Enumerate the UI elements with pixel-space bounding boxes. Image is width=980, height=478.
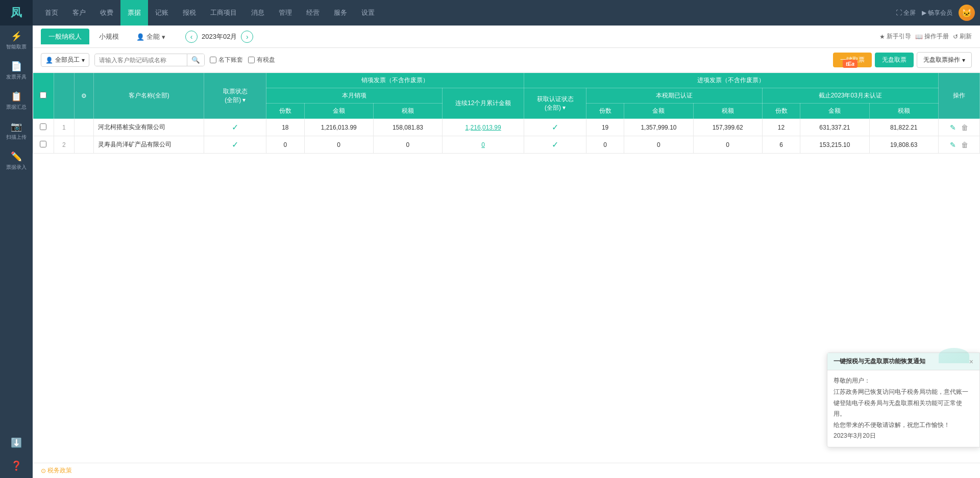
edit-button-2[interactable]: ✎ bbox=[950, 141, 956, 149]
notification-line-2: 键登陆电子税务局与无盘取票相关功能可正常使 bbox=[834, 399, 962, 407]
delete-button-2[interactable]: 🗑 bbox=[961, 141, 968, 149]
bottom-bar: ⊙ 税务政策 bbox=[33, 463, 980, 478]
top-nav-right: ⛶ 全屏 ▶ 畅享会员 🐱 bbox=[896, 5, 975, 21]
fullscreen-btn[interactable]: ⛶ 全屏 bbox=[896, 9, 916, 17]
nav-business[interactable]: 工商项目 bbox=[203, 0, 244, 26]
nav-message[interactable]: 消息 bbox=[244, 0, 272, 26]
tab-small-scale[interactable]: 小规模 bbox=[91, 29, 127, 44]
new-guide-link[interactable]: ★ 新手引导 bbox=[879, 32, 911, 41]
prev-month-btn[interactable]: ‹ bbox=[185, 31, 198, 43]
td-purchase-cert-count-2: 0 bbox=[586, 136, 624, 154]
notification-popup: 一键报税与无盘取票功能恢复通知 × 尊敬的用户： 江苏政务网已恢复访问电子税务局… bbox=[827, 353, 980, 447]
next-month-btn[interactable]: › bbox=[241, 31, 253, 43]
nav-tax[interactable]: 报税 bbox=[176, 0, 203, 26]
th-operation: 操作 bbox=[938, 73, 979, 119]
tab-more-chevron: ▾ bbox=[162, 33, 165, 41]
data-entry-icon: ✏️ bbox=[11, 151, 22, 162]
nav-home[interactable]: 首页 bbox=[38, 0, 65, 26]
nav-service[interactable]: 服务 bbox=[327, 0, 354, 26]
sidebar-item-download[interactable]: ⬇️ bbox=[0, 432, 33, 455]
nav-customer[interactable]: 客户 bbox=[65, 0, 93, 26]
td-fetch-status-1: ✓ bbox=[204, 119, 266, 136]
tab-all[interactable]: 👤 全能 ▾ bbox=[129, 29, 173, 44]
invoice-open-icon: 📄 bbox=[11, 61, 22, 72]
delete-button-1[interactable]: 🗑 bbox=[961, 123, 968, 132]
th-purchase-status: 获取认证状态(全部) ▾ bbox=[524, 88, 586, 119]
purchase-status-filter-icon[interactable]: ▾ bbox=[562, 104, 566, 111]
th-sales-month: 本月销项 bbox=[266, 88, 443, 104]
th-customer-name: 客户名称(全部) bbox=[94, 73, 204, 119]
current-date: 2023年02月 bbox=[202, 32, 237, 41]
refresh-icon: ↺ bbox=[953, 33, 958, 40]
td-sales-amount-1: 1,216,013.99 bbox=[304, 119, 373, 136]
employee-select[interactable]: 👤 全部员工 ▾ bbox=[41, 53, 89, 67]
sidebar-item-label: 扫描上传 bbox=[6, 134, 27, 141]
member-btn[interactable]: ▶ 畅享会员 bbox=[922, 9, 952, 17]
member-icon: ▶ bbox=[922, 9, 926, 16]
notification-title: 一键报税与无盘取票功能恢复通知 bbox=[834, 357, 925, 366]
td-purchase-uncert-tax-2: 19,808.63 bbox=[869, 136, 938, 154]
td-purchase-cert-amount-1: 1,357,999.10 bbox=[624, 119, 693, 136]
sales-cumulative-link-2[interactable]: 0 bbox=[481, 141, 485, 148]
edit-button-1[interactable]: ✎ bbox=[950, 123, 956, 132]
td-purchase-uncert-amount-2: 153,215.10 bbox=[800, 136, 869, 154]
td-purchase-status-1: ✓ bbox=[524, 119, 586, 136]
th-purchase-cert-count: 份数 bbox=[586, 104, 624, 119]
purchase-status-check-icon-1: ✓ bbox=[552, 123, 558, 132]
under-account-checkbox-wrap[interactable]: 名下账套 bbox=[210, 56, 243, 64]
nav-bookkeeping[interactable]: 记账 bbox=[148, 0, 176, 26]
th-purchase-uncert: 截止2023年03月未认证 bbox=[762, 88, 938, 104]
help-icon: ❓ bbox=[11, 460, 22, 471]
select-all-checkbox[interactable] bbox=[40, 92, 46, 98]
user-avatar[interactable]: 🐱 bbox=[959, 5, 975, 21]
td-fetch-status-2: ✓ bbox=[204, 136, 266, 154]
td-sales-cumulative-1: 1,216,013.99 bbox=[443, 119, 524, 136]
has-disk-checkbox[interactable] bbox=[248, 57, 255, 63]
popup-wave-decoration bbox=[939, 348, 969, 363]
sidebar-item-data-entry[interactable]: ✏️ 票据录入 bbox=[0, 146, 33, 176]
sidebar-item-help[interactable]: ❓ bbox=[0, 455, 33, 478]
notification-line-0: 尊敬的用户： bbox=[834, 377, 870, 384]
notification-line-3: 用。 bbox=[834, 410, 846, 417]
tab-bar-actions: ★ 新手引导 📖 操作手册 ↺ 刷新 bbox=[879, 32, 972, 41]
no-disk-ops-button[interactable]: 无盘取票操作 ▾ bbox=[917, 52, 972, 68]
search-button[interactable]: 🔍 bbox=[187, 54, 204, 66]
search-input[interactable] bbox=[95, 55, 187, 66]
th-purchase-cert-tax: 税额 bbox=[693, 104, 762, 119]
sales-cumulative-link-1[interactable]: 1,216,013.99 bbox=[465, 124, 501, 131]
sidebar-item-scan-upload[interactable]: 📷 扫描上传 bbox=[0, 116, 33, 146]
th-sales-count: 份数 bbox=[266, 104, 304, 119]
fetch-status-filter-icon[interactable]: ▾ bbox=[242, 96, 246, 104]
td-select-1 bbox=[33, 119, 54, 136]
fetch-status-check-icon-2: ✓ bbox=[232, 140, 238, 149]
nav-invoice[interactable]: 票据 bbox=[120, 0, 148, 26]
employee-icon: 👤 bbox=[45, 57, 53, 64]
refresh-link[interactable]: ↺ 刷新 bbox=[953, 32, 972, 41]
sidebar-item-smart-fetch[interactable]: ⚡ 智能取票 bbox=[0, 26, 33, 56]
purchase-status-check-icon-2: ✓ bbox=[552, 140, 558, 149]
th-sales-tax: 税额 bbox=[373, 104, 442, 119]
tab-all-icon: 👤 bbox=[136, 33, 144, 41]
sidebar-item-invoice-open[interactable]: 📄 发票开具 bbox=[0, 56, 33, 86]
invoice-summary-icon: 📋 bbox=[11, 91, 22, 102]
td-customer-name-1: 河北柯搭桩实业有限公司 bbox=[94, 119, 204, 136]
under-account-checkbox[interactable] bbox=[210, 57, 216, 63]
th-settings: ⚙ bbox=[75, 73, 94, 119]
sidebar-item-invoice-summary[interactable]: 📋 票据汇总 bbox=[0, 86, 33, 116]
notification-close-button[interactable]: × bbox=[969, 358, 973, 366]
no-disk-fetch-button[interactable]: 无盘取票 bbox=[875, 53, 914, 67]
th-purchase-uncert-tax: 税额 bbox=[869, 104, 938, 119]
nav-management[interactable]: 管理 bbox=[272, 0, 299, 26]
has-disk-checkbox-wrap[interactable]: 有税盘 bbox=[248, 56, 275, 64]
manual-link[interactable]: 📖 操作手册 bbox=[915, 32, 949, 41]
fullscreen-icon: ⛶ bbox=[896, 9, 902, 16]
row2-checkbox[interactable] bbox=[40, 141, 46, 147]
row1-checkbox[interactable] bbox=[40, 123, 46, 130]
tax-policy-link[interactable]: ⊙ 税务政策 bbox=[41, 466, 72, 475]
tab-general-taxpayer[interactable]: 一般纳税人 bbox=[41, 29, 89, 44]
tea-badge: tEa bbox=[843, 60, 857, 68]
nav-billing[interactable]: 收费 bbox=[93, 0, 120, 26]
td-customer-name-2: 灵寿县尚泽矿产品有限公司 bbox=[94, 136, 204, 154]
nav-settings[interactable]: 设置 bbox=[354, 0, 382, 26]
nav-operations[interactable]: 经营 bbox=[299, 0, 327, 26]
